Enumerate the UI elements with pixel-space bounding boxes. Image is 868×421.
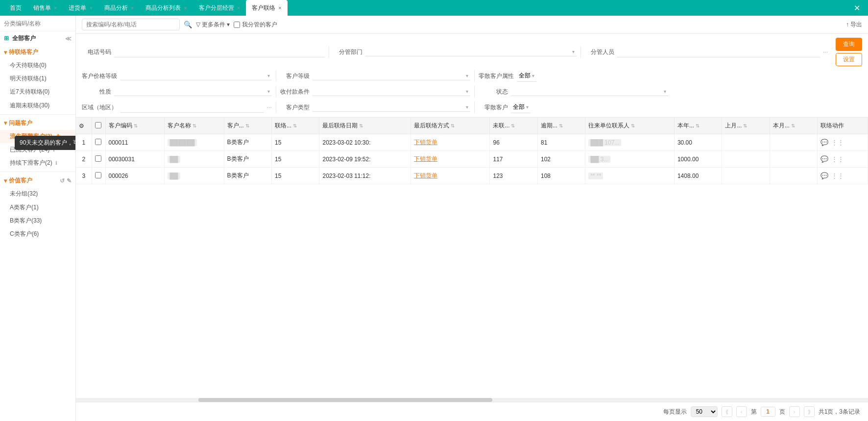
tab-purchase[interactable]: 进货单 × [63,0,98,16]
export-button[interactable]: ↑ 导出 [846,21,862,29]
row-type-3: B类客户 [224,168,271,184]
filter-zero-attr-select[interactable]: 全部 ▾ [517,70,536,82]
settings-button[interactable]: 设置 [836,53,862,66]
sidebar-item-overdue[interactable]: 逾期未联络(30) [0,99,75,112]
filter-payment-select[interactable]: ▾ [313,87,470,96]
sidebar-section-value[interactable]: ▾ 价值客户 ↺ ✎ [0,174,75,187]
sidebar-item-ungroup[interactable]: 未分组(32) [0,187,75,200]
prev-page-button[interactable]: ‹ [736,406,747,417]
tooltip-churn-risk: 90天未交易的客户，可能有流失风险。 [15,136,76,150]
row-method-1[interactable]: 下销货单 [411,134,490,151]
edit-icon-value[interactable]: ✎ [67,177,72,184]
page-number-input[interactable] [761,407,775,417]
tab-sales[interactable]: 销售单 × [27,0,63,16]
tab-customer-contact[interactable]: 客户联络 × [246,0,287,16]
more-icon-region[interactable]: ··· [267,104,272,111]
filter-customer-grade-select[interactable]: ▾ [313,72,470,80]
row-checkbox-1[interactable] [95,139,101,145]
col-last-date[interactable]: 最后联络日期⇅ [319,118,411,134]
action-chat-1[interactable]: 💬 [820,139,828,146]
filter-person-input[interactable] [617,47,820,57]
row-checkbox-2[interactable] [95,155,101,162]
col-contact[interactable]: 联络...⇅ [271,118,319,134]
filter-nature-select[interactable]: ▾ [114,87,272,96]
per-page-select[interactable]: 50 100 200 [691,406,718,417]
table-select-all[interactable] [95,122,101,128]
query-button[interactable]: 查询 [836,38,862,51]
row-checkbox-3[interactable] [95,172,101,178]
tab-analysis[interactable]: 商品分析 × [98,0,140,16]
action-more-1[interactable]: ⋮⋮ [831,139,844,146]
sidebar-item-today[interactable]: 今天待联络(0) [0,59,75,72]
tab-customer-layer[interactable]: 客户分层经营 × [193,0,246,16]
col-this-month[interactable]: 本月...⇅ [770,118,817,134]
pagination-bar: 每页显示 50 100 200 ⟪ ‹ 第 页 › ⟫ 共1页，3条记录 [76,402,868,421]
sidebar-item-declining[interactable]: 持续下滑客户(2) ℹ [0,156,75,170]
action-chat-2[interactable]: 💬 [820,155,828,163]
sidebar-item-type-b[interactable]: B类客户(33) [0,214,75,227]
col-name[interactable]: 客户名称⇅ [165,118,224,134]
action-chat-3[interactable]: 💬 [820,172,828,179]
sidebar-section-pending[interactable]: ▾ 待联络客户 [0,46,75,59]
sidebar-search-input[interactable] [4,20,76,27]
col-settings[interactable]: ⚙ [76,118,92,134]
action-more-3[interactable]: ⋮⋮ [831,172,844,179]
filter-zero-customer-select[interactable]: 全部 ▾ [511,101,530,113]
my-customer-checkbox[interactable] [234,22,240,28]
row-method-2[interactable]: 下销货单 [411,151,490,168]
filter-search-button[interactable]: 🔍 [184,21,192,28]
col-last-month[interactable]: 上月...⇅ [722,118,770,134]
global-close-icon[interactable]: ✕ [850,3,864,13]
tab-close-sales[interactable]: × [54,5,57,11]
tab-analysis-list[interactable]: 商品分析列表 × [140,0,193,16]
row-tm-3 [770,168,817,184]
filter-payment-label: 收付款条件 [280,88,310,96]
first-page-button[interactable]: ⟪ [722,406,732,417]
tab-close-customer-layer[interactable]: × [237,5,240,11]
tab-close-analysis[interactable]: × [131,5,134,11]
chevron-down-zero-cust: ▾ [526,104,529,110]
sidebar: 🔍 ⊞ 全部客户 ≪ ▾ 待联络客户 今天待联络(0) 明天待联络(1) 近7天… [0,16,76,421]
sidebar-collapse-icon[interactable]: ≪ [65,35,72,42]
sidebar-section-problem[interactable]: ▾ 问题客户 [0,117,75,130]
sidebar-item-type-a[interactable]: A类客户(1) [0,201,75,214]
refresh-icon-value[interactable]: ↺ [60,177,65,184]
tab-home[interactable]: 首页 [4,0,27,16]
horizontal-scrollbar[interactable] [76,398,868,402]
tab-close-purchase[interactable]: × [89,5,92,11]
last-page-button[interactable]: ⟫ [804,406,815,417]
more-icon-person[interactable]: ··· [823,49,828,55]
sort-icon-type: ⇅ [245,123,249,128]
col-uncontacted[interactable]: 未联...⇅ [490,118,537,134]
filter-status-select[interactable]: ▾ [511,87,669,96]
filter-region-input[interactable] [120,102,264,113]
filter-row-4: 区域（地区） ··· 客户类型 ▾ 零散客户 全部 [82,101,862,113]
filter-phone-input[interactable] [114,47,325,57]
per-page-label: 每页显示 [663,408,687,416]
action-more-2[interactable]: ⋮⋮ [831,155,844,163]
col-type[interactable]: 客户...⇅ [224,118,271,134]
col-this-year[interactable]: 本年...⇅ [674,118,722,134]
scroll-thumb[interactable] [198,398,492,402]
col-last-method[interactable]: 最后联络方式⇅ [411,118,490,134]
sidebar-item-7days[interactable]: 近7天待联络(0) [0,85,75,99]
col-overdue[interactable]: 逾期...⇅ [537,118,585,134]
col-unit-contact[interactable]: 往来单位联系人⇅ [585,118,674,134]
my-customer-checkbox-label[interactable]: 我分管的客户 [234,21,277,29]
tab-close-customer-contact[interactable]: × [278,5,281,11]
more-filter-button[interactable]: ▽ 更多条件 ▾ [196,21,230,29]
col-code[interactable]: 客户编码⇅ [105,118,165,134]
row-action-2: 💬 ⋮⋮ [818,151,868,168]
sort-icon-uc: ⇅ [631,123,635,128]
tab-close-analysis-list[interactable]: × [184,5,187,11]
sidebar-all-customers[interactable]: ⊞ 全部客户 ≪ [0,31,75,46]
filter-price-grade-select[interactable]: ▾ [120,72,272,80]
next-page-button[interactable]: › [789,406,800,417]
row-method-3[interactable]: 下销货单 [411,168,490,184]
row-tm-1 [770,134,817,151]
sidebar-item-tomorrow[interactable]: 明天待联络(1) [0,72,75,85]
filter-search-input[interactable] [82,19,180,30]
sidebar-item-type-c[interactable]: C类客户(6) [0,227,75,241]
filter-customer-type-select[interactable]: ▾ [313,103,470,112]
filter-dept-select[interactable]: ▾ [365,48,576,56]
